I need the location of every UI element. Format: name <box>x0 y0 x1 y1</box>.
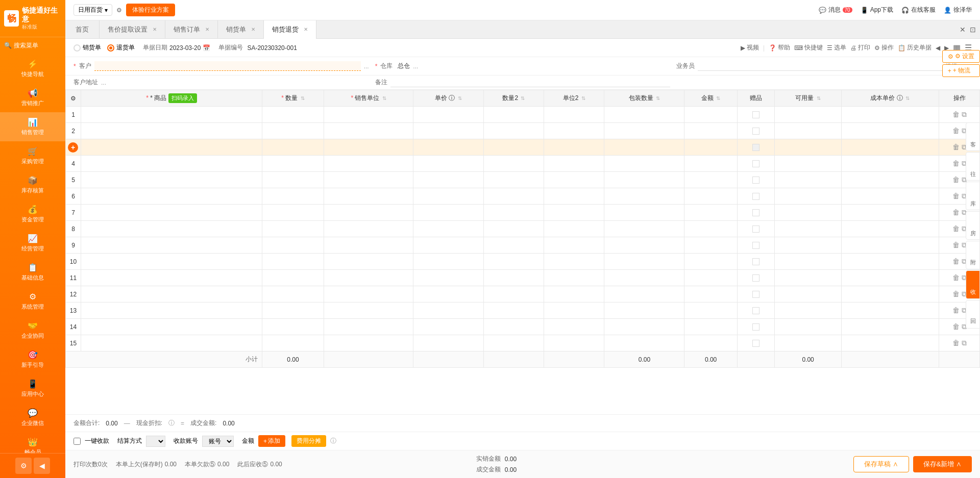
delete-row-icon[interactable]: 🗑 <box>952 192 960 200</box>
unit2-cell[interactable] <box>544 172 604 188</box>
amount-cell[interactable] <box>684 335 737 351</box>
product-cell[interactable] <box>81 319 262 335</box>
customer-dots[interactable]: ... <box>364 63 369 70</box>
tab-sales-return-close[interactable]: ✕ <box>304 27 308 32</box>
settings-side-btn[interactable]: ⚙ ⚙ 设置 <box>942 50 980 63</box>
warehouse-dots[interactable]: ... <box>413 63 418 70</box>
gift-cell[interactable] <box>737 237 775 254</box>
unit2-cell[interactable] <box>544 303 604 319</box>
gift-checkbox[interactable] <box>752 193 760 200</box>
sale-unit-cell[interactable] <box>324 254 413 270</box>
delete-row-icon[interactable]: 🗑 <box>952 322 960 331</box>
tab-sales-order[interactable]: 销售订单 ✕ <box>165 20 218 39</box>
pkg-qty-cell-active[interactable] <box>604 139 684 156</box>
qty-cell[interactable] <box>262 270 324 286</box>
sidebar-item-sales[interactable]: 📊 销售管理 <box>0 112 65 141</box>
amount-cell[interactable] <box>684 303 737 319</box>
tab-sales-delivery-close[interactable]: ✕ <box>251 27 255 32</box>
add-row-button[interactable]: + <box>68 142 78 153</box>
sidebar-item-quick-nav[interactable]: ⚡ 快捷导航 <box>0 54 65 83</box>
sale-unit-cell[interactable] <box>324 270 413 286</box>
amount-cell[interactable] <box>684 205 737 221</box>
remark-input[interactable] <box>390 78 671 87</box>
pkg-qty-cell[interactable] <box>604 188 684 205</box>
unit2-cell[interactable] <box>544 254 604 270</box>
pkg-sort-icon[interactable]: ⇅ <box>656 95 660 101</box>
qty-cell[interactable] <box>262 254 324 270</box>
cost-price-cell[interactable] <box>841 270 939 286</box>
gift-checkbox[interactable] <box>752 128 760 135</box>
cost-price-cell[interactable] <box>841 107 939 123</box>
print-btn[interactable]: 🖨 打印 <box>850 43 870 52</box>
unit2-cell[interactable] <box>544 156 604 172</box>
account-select[interactable]: 账号 <box>202 436 234 447</box>
product-cell[interactable] <box>81 205 262 221</box>
tab-sales-order-close[interactable]: ✕ <box>205 27 209 32</box>
gift-checkbox[interactable] <box>752 177 760 184</box>
available-cell[interactable] <box>775 303 841 319</box>
qty2-cell[interactable] <box>483 303 544 319</box>
unit2-cell[interactable] <box>544 205 604 221</box>
address-dots[interactable]: ... <box>101 79 106 86</box>
delete-row-icon[interactable]: 🗑 <box>952 224 960 233</box>
delete-row-icon[interactable]: 🗑 <box>952 290 960 298</box>
sale-unit-cell[interactable] <box>324 221 413 237</box>
sidebar-item-inventory[interactable]: 📦 库存核算 <box>0 170 65 199</box>
amount-cell-active[interactable] <box>684 139 737 156</box>
delete-row-icon[interactable]: 🗑 <box>952 257 960 266</box>
qty-cell[interactable] <box>262 156 324 172</box>
right-panel-history[interactable]: 往 <box>966 152 980 181</box>
right-panel-customer[interactable]: 客 <box>966 122 980 151</box>
price-sort-icon[interactable]: ⇅ <box>458 95 462 101</box>
product-cell[interactable] <box>81 270 262 286</box>
sale-unit-cell[interactable] <box>324 303 413 319</box>
product-cell[interactable] <box>81 237 262 254</box>
right-panel-return[interactable]: 回 <box>966 300 980 329</box>
qty-cell[interactable] <box>262 107 324 123</box>
gift-cell[interactable] <box>737 188 775 205</box>
right-panel-inventory[interactable]: 库 <box>966 182 980 210</box>
qty-sort-icon[interactable]: ⇅ <box>301 95 305 101</box>
qty2-cell[interactable] <box>483 172 544 188</box>
unit2-cell[interactable] <box>544 221 604 237</box>
sidebar-item-marketing[interactable]: 📢 营销推广 <box>0 83 65 112</box>
delete-row-icon[interactable]: 🗑 <box>952 208 960 217</box>
unit2-cell[interactable] <box>544 107 604 123</box>
pkg-qty-cell[interactable] <box>604 107 684 123</box>
close-tab-icon[interactable]: ✕ <box>960 26 966 34</box>
qty2-cell[interactable] <box>483 237 544 254</box>
unit-price-cell[interactable] <box>413 205 484 221</box>
sale-unit-cell[interactable] <box>324 237 413 254</box>
product-cell-active[interactable] <box>81 139 262 156</box>
sidebar-item-operations[interactable]: 📈 经营管理 <box>0 229 65 258</box>
available-cell[interactable] <box>775 221 841 237</box>
qty2-cell[interactable] <box>483 335 544 351</box>
tab-sales-return[interactable]: 销货退货 ✕ <box>264 20 316 39</box>
amount-cell[interactable] <box>684 172 737 188</box>
qty2-cell[interactable] <box>483 107 544 123</box>
save-new-btn[interactable]: 保存&新增 ∧ <box>913 456 972 472</box>
unit2-cell[interactable] <box>544 188 604 205</box>
unit2-cell[interactable] <box>544 286 604 303</box>
qty2-cell-active[interactable] <box>483 139 544 156</box>
amount-cell[interactable] <box>684 156 737 172</box>
qty2-cell[interactable] <box>483 221 544 237</box>
delete-row-icon[interactable]: 🗑 <box>952 143 960 152</box>
col-gear[interactable]: ⚙ <box>66 90 81 107</box>
amount-cell[interactable] <box>684 221 737 237</box>
qty-cell[interactable] <box>262 286 324 303</box>
qty-cell[interactable] <box>262 123 324 139</box>
fee-split-btn[interactable]: 费用分摊 <box>291 435 326 447</box>
qty-cell[interactable] <box>262 237 324 254</box>
delete-row-icon[interactable]: 🗑 <box>952 110 960 119</box>
qty2-cell[interactable] <box>483 254 544 270</box>
product-cell[interactable] <box>81 303 262 319</box>
unit2-cell-active[interactable] <box>544 139 604 156</box>
product-cell[interactable] <box>81 188 262 205</box>
settlement-select[interactable] <box>146 436 165 447</box>
tab-sale-price[interactable]: 售价提取设置 ✕ <box>100 20 165 39</box>
gift-cell[interactable] <box>737 303 775 319</box>
product-cell[interactable] <box>81 221 262 237</box>
sale-unit-cell[interactable] <box>324 156 413 172</box>
shortcuts-btn[interactable]: ⌨ 快捷键 <box>794 43 823 52</box>
